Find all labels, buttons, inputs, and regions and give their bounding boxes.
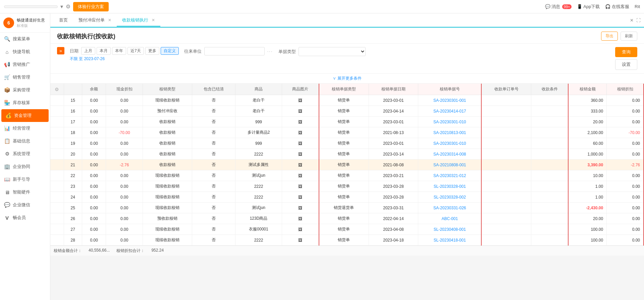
td-receipt-order-no (481, 106, 531, 117)
td-receipt-condition (531, 224, 568, 235)
date-btn-custom[interactable]: 自定义 (161, 47, 179, 55)
sidebar-item-marketing[interactable]: 📢 营销推广 (0, 58, 50, 71)
online-service-btn[interactable]: 🎧 在线客服 (605, 4, 629, 10)
member-icon: V (4, 215, 10, 221)
date-btn-this-year[interactable]: 本年 (112, 47, 126, 55)
sidebar-item-sales[interactable]: 🛒 销售管理 (0, 71, 50, 84)
th-receipt-condition: 收款条件 (531, 84, 568, 95)
td-receipt-condition (531, 106, 568, 117)
date-btn-7days[interactable]: 近7天 (127, 47, 144, 55)
user-name: Rit (635, 4, 640, 9)
date-btn-more[interactable]: 更多 (145, 47, 159, 55)
tab-close-all-icon[interactable]: ✕ (630, 18, 634, 23)
td-writeoff-bill-date: 2023-04-08 (369, 224, 418, 235)
industry-solution-button[interactable]: 体验行业方案 (73, 2, 109, 11)
td-writeoff-bill-no[interactable]: SL-20230328-001 (418, 181, 482, 192)
td-settings (50, 224, 64, 235)
sidebar-item-operation[interactable]: 📊 经营管理 (0, 122, 50, 135)
td-seq: 21 (64, 160, 82, 170)
td-writeoff-amount: 1.00 (568, 192, 607, 203)
td-writeoff-bill-no[interactable]: SA-20210813-001 (418, 127, 482, 138)
tab-expand-icon[interactable]: ⛶ (636, 18, 641, 23)
sidebar-item-shortcut[interactable]: ⌂ 快捷导航 (0, 45, 50, 58)
td-writeoff-discount: 0.00 (607, 170, 644, 181)
td-writeoff-bill-no[interactable]: SA-20230331-026 (418, 203, 482, 213)
sidebar-item-wechat[interactable]: 💬 企业微信 (0, 199, 50, 211)
settings-icon[interactable]: ⚙ (66, 3, 70, 10)
tab-home[interactable]: 首页 (54, 14, 73, 26)
td-writeoff-bill-no[interactable]: SA-20230301-001 (418, 95, 482, 106)
tab-prepay[interactable]: 预付冲应付单 ✕ (73, 14, 117, 27)
filter-toggle-button[interactable]: » (57, 47, 64, 54)
sidebar-item-hardware[interactable]: 🖥 智能硬件 (0, 186, 50, 199)
tab-receipt[interactable]: 收款核销执行 ✕ (117, 14, 160, 27)
td-cash-discount: 0.00 (106, 203, 143, 213)
refresh-button[interactable]: 刷新 (621, 32, 637, 41)
td-balance: 0.00 (82, 106, 106, 117)
tab-prepay-close[interactable]: ✕ (108, 18, 111, 23)
sidebar-item-purchase[interactable]: 📦 采购管理 (0, 84, 50, 96)
td-goods: 测试jun (235, 170, 282, 181)
filter-bar: » 日期 上月 本月 本年 近7天 更多 自定义 (50, 44, 644, 74)
td-balance: 0.00 (82, 160, 106, 170)
td-writeoff-type: 现续收款核销 (143, 203, 192, 213)
app-download-btn[interactable]: 📱 App下载 (577, 4, 600, 10)
export-button[interactable]: 导出 (601, 32, 618, 41)
voucher-type-select[interactable] (299, 47, 366, 56)
date-btn-this-month[interactable]: 本月 (97, 47, 111, 55)
td-writeoff-bill-date: 2023-03-21 (369, 170, 418, 181)
tab-bar: 首页 预付冲应付单 ✕ 收款核销执行 ✕ ✕ ⛶ (50, 13, 644, 28)
td-writeoff-bill-no[interactable]: SL-20230408-001 (418, 224, 482, 235)
td-balance: 0.00 (82, 192, 106, 203)
th-settings[interactable]: ⚙ (50, 84, 64, 95)
chevron-down-icon[interactable]: ▾ (60, 3, 63, 10)
td-writeoff-bill-no[interactable]: ABC-001 (418, 213, 482, 224)
td-writeoff-bill-no[interactable]: SA-20230301-010 (418, 117, 482, 127)
td-writeoff-amount: 333.00 (568, 106, 607, 117)
td-writeoff-amount: 1.00 (568, 181, 607, 192)
expand-more-button[interactable]: ∨ 展开更多条件 (333, 76, 361, 81)
query-button[interactable]: 查询 (615, 47, 637, 57)
td-writeoff-bill-no[interactable]: SA-20210808-001 (418, 160, 482, 170)
td-writeoff-amount: -2,430.00 (568, 203, 607, 213)
sidebar-item-inventory[interactable]: 🏪 库存核算 (0, 96, 50, 109)
td-writeoff-type: 现续收款核销 (143, 95, 192, 106)
sidebar-item-guide[interactable]: 📖 新手引导 (0, 173, 50, 186)
message-btn[interactable]: 💬 消息 99+ (545, 4, 572, 10)
setting-button[interactable]: 设置 (615, 59, 637, 70)
sidebar-item-search[interactable]: 🔍 搜索菜单 (0, 33, 50, 45)
td-include-settled: 否 (192, 181, 235, 192)
td-writeoff-bill-no[interactable]: SA-20230414-017 (418, 106, 482, 117)
td-writeoff-type: 现续收款核销 (143, 224, 192, 235)
td-writeoff-bill-date: 2021-08-08 (369, 160, 418, 170)
sidebar-item-member[interactable]: V 畅会员 (0, 211, 50, 224)
td-writeoff-discount: 0.00 (607, 203, 644, 213)
partner-input[interactable] (204, 47, 265, 55)
top-search-input[interactable] (4, 5, 58, 8)
date-btn-last-month[interactable]: 上月 (81, 47, 95, 55)
td-balance: 0.00 (82, 181, 106, 192)
sidebar-item-basic[interactable]: 📋 基础信息 (0, 135, 50, 147)
td-writeoff-bill-type: 销货单 (319, 138, 369, 149)
td-writeoff-discount: 0.00 (607, 106, 644, 117)
td-receipt-order-no (481, 138, 531, 149)
td-writeoff-bill-no[interactable]: SL-20230328-002 (418, 192, 482, 203)
td-cash-discount: -2.76 (106, 160, 143, 170)
td-goods-image: 🖼 (282, 235, 319, 246)
td-writeoff-bill-no[interactable]: SA-20230321-012 (418, 170, 482, 181)
td-goods: 衣服00001 (235, 224, 282, 235)
sidebar-item-enterprise[interactable]: 🏢 企业协同 (0, 160, 50, 173)
td-writeoff-bill-no[interactable]: SL-20230418-001 (418, 235, 482, 246)
footer-label-amount: 核销金额合计： (54, 248, 82, 254)
td-writeoff-bill-no[interactable]: SA-20230314-008 (418, 149, 482, 160)
sidebar-item-system[interactable]: ⚙ 系统管理 (0, 147, 50, 160)
td-writeoff-bill-date: 2023-03-28 (369, 192, 418, 203)
td-writeoff-bill-no[interactable]: SA-20230301-010 (418, 138, 482, 149)
td-goods-image: 🖼 (282, 192, 319, 203)
table-row: 230.000.00现续收款核销否2222🖼销货单2023-03-28SL-20… (50, 181, 644, 192)
sidebar-item-finance[interactable]: 💰 资金管理 (1, 109, 49, 122)
td-writeoff-discount: -70.00 (607, 127, 644, 138)
td-receipt-condition (531, 127, 568, 138)
tab-receipt-close[interactable]: ✕ (152, 18, 155, 23)
partner-dots: ··· (267, 49, 273, 54)
